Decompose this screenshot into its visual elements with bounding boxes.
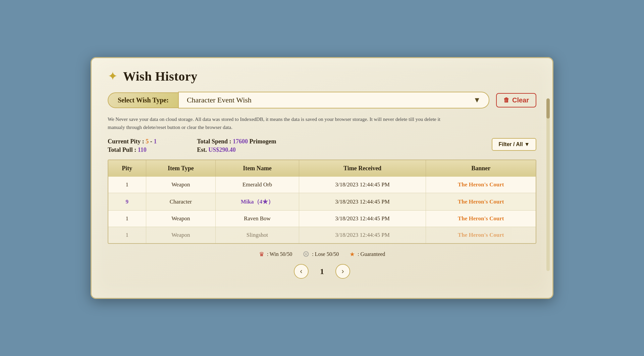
pity-cell: 9 xyxy=(108,193,146,211)
legend-row: ♛ : Win 50/50 ☹ : Lose 50/50 ★ : Guarant… xyxy=(108,251,536,258)
stats-right: Total Spend : 17600 Primogem Est. US$290… xyxy=(157,138,492,153)
star-icon: ★ xyxy=(350,251,355,258)
clear-button[interactable]: 🗑 Clear xyxy=(496,93,536,107)
pity-cell: 1 xyxy=(108,227,146,243)
item-type-cell: Weapon xyxy=(146,211,216,227)
wish-history-panel: ✦ Wish History Select Wish Type: Charact… xyxy=(91,57,553,299)
item-type-cell: Weapon xyxy=(146,177,216,193)
item-name-cell: Emerald Orb xyxy=(216,177,299,193)
sad-icon: ☹ xyxy=(303,251,309,258)
est-line: Est. US$290.40 xyxy=(197,146,492,153)
page-title: Wish History xyxy=(123,69,198,84)
banner-cell: The Heron's Court xyxy=(426,211,536,227)
time-cell: 3/18/2023 12:44:45 PM xyxy=(299,177,426,193)
total-pull-line: Total Pull : 110 xyxy=(108,146,157,153)
time-cell: 3/18/2023 12:44:45 PM xyxy=(299,227,426,243)
table-row: 1WeaponSlingshot3/18/2023 12:44:45 PMThe… xyxy=(108,227,536,243)
item-type-cell: Weapon xyxy=(146,227,216,243)
scrollbar-track[interactable] xyxy=(546,98,550,271)
banner-cell: The Heron's Court xyxy=(426,177,536,193)
stats-row: Current Pity : 5 - 1 Total Pull : 110 To… xyxy=(108,138,536,153)
table-row: 9CharacterMika（4★）3/18/2023 12:44:45 PMT… xyxy=(108,193,536,211)
guaranteed-legend: ★ : Guaranteed xyxy=(350,251,385,258)
time-cell: 3/18/2023 12:44:45 PM xyxy=(299,211,426,227)
table-header: Pity Item Type Item Name Time Received B… xyxy=(108,160,536,177)
banner-cell: The Heron's Court xyxy=(426,193,536,211)
table-body: 1WeaponEmerald Orb3/18/2023 12:44:45 PMT… xyxy=(108,177,536,243)
wish-type-row: Select Wish Type: Character Event Wish ▼… xyxy=(108,92,536,108)
wish-table: Pity Item Type Item Name Time Received B… xyxy=(108,160,536,243)
col-banner: Banner xyxy=(426,160,536,177)
pity-cell: 1 xyxy=(108,211,146,227)
col-pity: Pity xyxy=(108,160,146,177)
col-item-name: Item Name xyxy=(216,160,299,177)
win-legend: ♛ : Win 50/50 xyxy=(259,251,292,258)
total-spend-line: Total Spend : 17600 Primogem xyxy=(197,138,492,145)
clear-label: Clear xyxy=(512,96,529,104)
table-row: 1WeaponRaven Bow3/18/2023 12:44:45 PMThe… xyxy=(108,211,536,227)
info-text: We Never save your data on cloud storage… xyxy=(108,115,443,131)
wish-type-value: Character Event Wish xyxy=(187,96,252,104)
stats-left: Current Pity : 5 - 1 Total Pull : 110 xyxy=(108,138,157,153)
trash-icon: 🗑 xyxy=(503,97,509,104)
scrollbar-thumb[interactable] xyxy=(546,98,550,119)
current-pity-line: Current Pity : 5 - 1 xyxy=(108,138,157,145)
filter-button[interactable]: Filter / All ▼ xyxy=(492,138,536,151)
col-time: Time Received xyxy=(299,160,426,177)
banner-cell: The Heron's Court xyxy=(426,227,536,243)
item-name-cell: Slingshot xyxy=(216,227,299,243)
next-page-button[interactable]: › xyxy=(335,264,350,279)
pagination-row: ‹ 1 › xyxy=(108,264,536,279)
item-name-cell: Raven Bow xyxy=(216,211,299,227)
wish-type-label: Select Wish Type: xyxy=(108,92,178,108)
item-name-cell: Mika（4★） xyxy=(216,193,299,211)
prev-page-button[interactable]: ‹ xyxy=(294,264,309,279)
col-item-type: Item Type xyxy=(146,160,216,177)
wish-type-select[interactable]: Character Event Wish ▼ xyxy=(178,92,489,108)
pity-cell: 1 xyxy=(108,177,146,193)
table-row: 1WeaponEmerald Orb3/18/2023 12:44:45 PMT… xyxy=(108,177,536,193)
wish-table-wrap: Pity Item Type Item Name Time Received B… xyxy=(108,160,536,244)
item-type-cell: Character xyxy=(146,193,216,211)
title-row: ✦ Wish History xyxy=(108,69,536,84)
lose-legend: ☹ : Lose 50/50 xyxy=(303,251,339,258)
chevron-down-icon: ▼ xyxy=(473,96,481,104)
time-cell: 3/18/2023 12:44:45 PM xyxy=(299,193,426,211)
crown-icon: ♛ xyxy=(259,251,264,258)
page-number: 1 xyxy=(317,267,327,276)
sparkle-icon: ✦ xyxy=(108,70,118,82)
